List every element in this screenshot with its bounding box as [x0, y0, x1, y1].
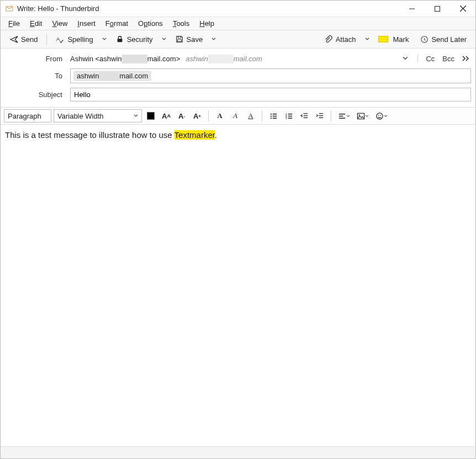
paragraph-style-value: Paragraph [8, 112, 41, 120]
svg-point-14 [358, 114, 359, 115]
menu-format[interactable]: Format [101, 18, 133, 29]
address-area: From Ashwin <ashwin█████mail.com> ashwin… [1, 49, 475, 108]
indent-button[interactable] [313, 109, 326, 122]
svg-point-16 [378, 115, 379, 116]
send-icon [9, 35, 18, 44]
attach-button[interactable]: Attach [320, 33, 361, 46]
spelling-dropdown[interactable] [100, 34, 109, 45]
bold-button[interactable]: A [213, 109, 226, 122]
security-button[interactable]: Security [111, 33, 157, 46]
svg-text:3: 3 [285, 117, 287, 120]
cc-button[interactable]: Cc [426, 55, 435, 63]
close-button[interactable] [450, 1, 475, 17]
format-toolbar: Paragraph Variable Width AA A- A+ A A A … [1, 108, 475, 125]
font-size-preset-button[interactable]: AA [160, 109, 173, 122]
body-text-before: This is a test message to illustrate how… [5, 130, 174, 140]
menu-file[interactable]: File [4, 18, 24, 29]
subject-input[interactable] [70, 88, 471, 102]
subject-row: Subject [5, 86, 471, 104]
underline-button[interactable]: A [244, 109, 257, 122]
numbered-list-button[interactable]: 123 [282, 109, 295, 122]
menu-tools[interactable]: Tools [168, 18, 194, 29]
paragraph-style-select[interactable]: Paragraph [4, 109, 51, 122]
svg-point-17 [380, 115, 382, 116]
insert-emoji-button[interactable] [373, 109, 390, 122]
menu-bar: File Edit View Insert Format Options Too… [1, 17, 475, 30]
save-label: Save [187, 35, 203, 44]
minimize-button[interactable] [399, 1, 425, 17]
menu-file-label: ile [13, 19, 20, 28]
bullet-list-button[interactable] [267, 109, 280, 122]
chevron-down-icon [346, 114, 350, 118]
mark-label: Mark [393, 35, 409, 44]
titlebar: Write: Hello - Thunderbird [1, 1, 475, 17]
separator [46, 34, 47, 45]
attach-dropdown[interactable] [363, 34, 372, 45]
svg-point-8 [270, 115, 271, 116]
save-button[interactable]: Save [171, 33, 208, 46]
font-family-value: Variable Width [57, 112, 104, 120]
compose-icon [5, 4, 14, 13]
message-body[interactable]: This is a test message to illustrate how… [1, 125, 475, 446]
svg-text:A: A [56, 36, 60, 42]
save-dropdown[interactable] [209, 34, 218, 45]
increase-font-button[interactable]: A+ [191, 109, 204, 122]
separator [208, 110, 209, 121]
from-dropdown-icon[interactable] [401, 53, 410, 64]
more-recipients-icon[interactable] [462, 55, 471, 62]
send-later-button[interactable]: Send Later [415, 33, 471, 46]
from-identity[interactable]: Ashwin <ashwin█████mail.com> ashwin█████… [70, 53, 471, 64]
subject-label: Subject [5, 90, 66, 99]
chevron-down-icon [134, 114, 138, 118]
spelling-label: Spelling [67, 35, 93, 44]
menu-insert[interactable]: Insert [73, 18, 100, 29]
from-secondary: ashwin█████mail.com [186, 55, 262, 63]
text-color-button[interactable] [144, 109, 157, 122]
main-toolbar: Send A Spelling Security Save Attach [1, 30, 475, 49]
send-later-label: Send Later [431, 35, 467, 44]
insert-image-button[interactable] [355, 109, 371, 122]
send-label: Send [21, 35, 38, 44]
decrease-font-button[interactable]: A- [175, 109, 188, 122]
status-bar [1, 446, 475, 458]
spelling-icon: A [56, 35, 65, 44]
highlighter-icon [378, 36, 388, 42]
font-family-select[interactable]: Variable Width [54, 109, 142, 122]
bcc-button[interactable]: Bcc [442, 55, 454, 63]
outdent-button[interactable] [298, 109, 311, 122]
from-row: From Ashwin <ashwin█████mail.com> ashwin… [5, 51, 471, 66]
align-button[interactable] [336, 109, 352, 122]
svg-rect-5 [177, 40, 181, 42]
italic-button[interactable]: A [229, 109, 242, 122]
menu-help[interactable]: Help [195, 18, 219, 29]
attach-label: Attach [336, 35, 356, 44]
lock-icon [115, 35, 124, 44]
to-chip[interactable]: ashwin████mail.com [73, 71, 151, 81]
svg-rect-1 [435, 6, 440, 11]
color-swatch-icon [147, 112, 155, 120]
separator [262, 110, 262, 121]
svg-point-7 [270, 113, 271, 114]
maximize-button[interactable] [425, 1, 450, 17]
separator [331, 110, 331, 121]
svg-point-0 [10, 6, 13, 8]
menu-options[interactable]: Options [134, 18, 167, 29]
chevron-down-icon [365, 114, 369, 118]
menu-edit[interactable]: Edit [25, 18, 46, 29]
to-label: To [5, 72, 66, 80]
svg-point-15 [377, 113, 383, 119]
to-field[interactable]: ashwin████mail.com [70, 68, 471, 83]
from-label: From [5, 55, 66, 63]
chevron-down-icon [384, 114, 388, 118]
security-dropdown[interactable] [160, 34, 168, 45]
body-text-after: . [215, 130, 217, 140]
mark-button[interactable]: Mark [374, 33, 414, 46]
clock-icon [420, 35, 429, 44]
paperclip-icon [324, 35, 333, 44]
spelling-button[interactable]: A Spelling [51, 33, 97, 46]
svg-point-9 [270, 118, 271, 119]
svg-rect-3 [117, 39, 122, 42]
menu-view[interactable]: View [47, 18, 72, 29]
to-row: To ashwin████mail.com [5, 66, 471, 86]
send-button[interactable]: Send [5, 33, 42, 46]
